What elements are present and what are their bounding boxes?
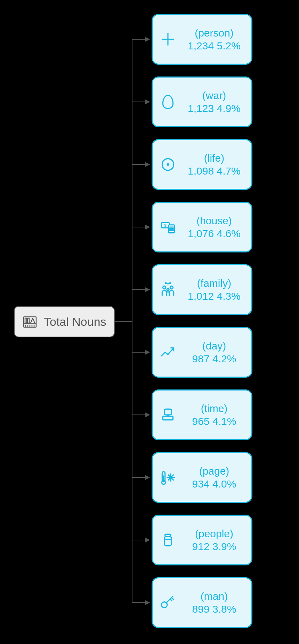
- child-word: (life): [204, 152, 224, 164]
- svg-point-27: [167, 289, 169, 291]
- svg-point-29: [170, 283, 170, 283]
- svg-point-28: [165, 283, 166, 283]
- child-stats: 1,234 5.2%: [188, 40, 241, 51]
- svg-point-21: [173, 228, 173, 229]
- svg-rect-30: [163, 416, 173, 420]
- child-text: (war) 1,123 4.9%: [182, 89, 247, 115]
- child-node-family: (family) 1,012 4.3%: [152, 264, 252, 315]
- child-stats: 987 4.2%: [192, 353, 236, 364]
- child-word: (time): [201, 403, 228, 414]
- money-calc-icon: $: [157, 217, 178, 238]
- child-stats: 899 3.8%: [192, 603, 236, 615]
- svg-point-14: [167, 164, 169, 165]
- svg-rect-2: [25, 318, 27, 323]
- child-node-life: (life) 1,098 4.7%: [152, 139, 252, 190]
- child-node-war: (war) 1,123 4.9%: [152, 77, 252, 127]
- root-node-total-nouns: Total Nouns: [14, 306, 115, 337]
- child-text: (house) 1,076 4.6%: [182, 214, 247, 240]
- child-node-house: $ (house) 1,076 4.6%: [152, 202, 252, 252]
- svg-point-23: [171, 230, 172, 231]
- jar-icon: [157, 530, 178, 550]
- child-text: (life) 1,098 4.7%: [182, 152, 247, 178]
- child-word: (people): [195, 528, 233, 539]
- svg-point-25: [163, 286, 165, 289]
- child-text: (person) 1,234 5.2%: [182, 26, 247, 53]
- child-text: (family) 1,012 4.3%: [182, 277, 247, 303]
- svg-text:$: $: [164, 223, 167, 227]
- child-word: (page): [199, 465, 229, 477]
- svg-line-5: [33, 318, 35, 323]
- child-text: (people) 912 3.9%: [182, 527, 247, 553]
- child-stats: 1,012 4.3%: [188, 290, 241, 302]
- key-icon: [157, 592, 178, 613]
- svg-point-26: [170, 286, 173, 289]
- child-node-time: (time) 965 4.1%: [152, 389, 252, 440]
- child-word: (person): [195, 27, 234, 39]
- child-stats: 912 3.9%: [192, 541, 236, 552]
- svg-line-46: [170, 599, 172, 601]
- child-node-person: (person) 1,234 5.2%: [152, 14, 252, 65]
- svg-line-4: [31, 318, 33, 323]
- svg-point-22: [170, 230, 170, 231]
- child-text: (time) 965 4.1%: [182, 402, 247, 428]
- family-icon: [157, 279, 178, 300]
- child-word: (war): [202, 90, 226, 101]
- child-node-page: (page) 934 4.0%: [152, 452, 252, 503]
- svg-point-24: [173, 230, 173, 231]
- disc-icon: [157, 154, 178, 175]
- child-text: (man) 899 3.8%: [182, 590, 247, 616]
- svg-rect-40: [164, 537, 172, 546]
- child-stats: 934 4.0%: [192, 478, 236, 490]
- root-label: Total Nouns: [44, 315, 106, 329]
- child-word: (house): [196, 215, 232, 226]
- stamp-icon: [157, 404, 178, 425]
- child-node-day: (day) 987 4.2%: [152, 327, 252, 378]
- svg-point-19: [170, 228, 170, 229]
- child-node-man: (man) 899 3.8%: [152, 577, 252, 628]
- child-word: (family): [197, 277, 231, 289]
- child-stats: 1,123 4.9%: [188, 103, 241, 114]
- plus-icon: [157, 29, 178, 50]
- trend-icon: [157, 342, 178, 363]
- child-text: (page) 934 4.0%: [182, 465, 247, 491]
- child-stats: 1,098 4.7%: [188, 165, 241, 177]
- svg-rect-3: [27, 318, 29, 323]
- books-icon: [21, 313, 39, 331]
- svg-rect-41: [165, 534, 171, 536]
- child-word: (day): [202, 340, 226, 352]
- svg-point-20: [171, 228, 172, 229]
- egg-icon: [157, 91, 178, 112]
- svg-line-45: [171, 597, 173, 599]
- child-node-people: (people) 912 3.9%: [152, 515, 252, 565]
- child-stats: 1,076 4.6%: [188, 228, 241, 239]
- child-stats: 965 4.1%: [192, 416, 236, 427]
- cold-icon: [157, 467, 178, 488]
- child-text: (day) 987 4.2%: [182, 339, 247, 365]
- child-word: (man): [201, 590, 228, 602]
